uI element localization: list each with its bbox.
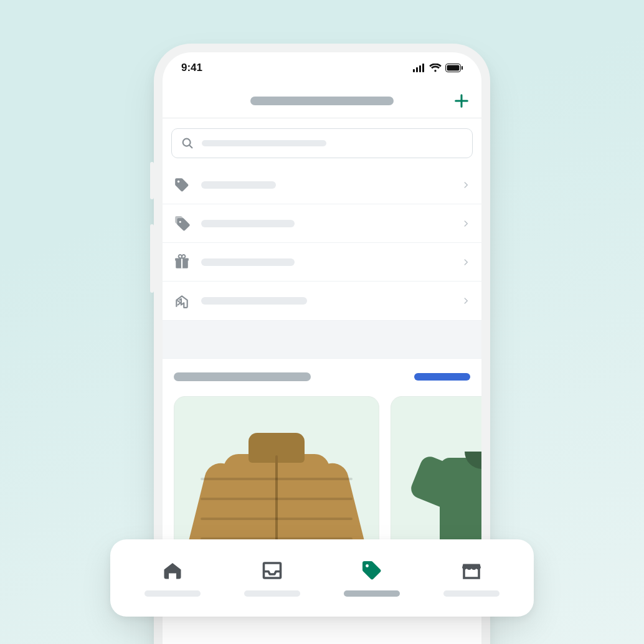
tab-bar — [110, 539, 534, 617]
store-icon — [460, 559, 483, 582]
home-icon — [161, 559, 184, 582]
svg-rect-2 — [419, 65, 421, 72]
inbox-icon — [261, 559, 283, 582]
list-item[interactable] — [163, 282, 481, 320]
chevron-right-icon — [462, 296, 470, 305]
nav-title-placeholder — [250, 97, 394, 105]
tab-label-placeholder — [344, 590, 400, 597]
tag-icon — [174, 177, 190, 193]
nav-header — [163, 83, 481, 118]
svg-rect-1 — [416, 67, 418, 72]
list-item[interactable] — [163, 166, 481, 204]
chevron-right-icon — [462, 258, 470, 267]
tab-store[interactable] — [434, 559, 509, 597]
svg-point-9 — [179, 220, 181, 222]
list-item-label — [201, 258, 295, 266]
list-item-label — [201, 220, 295, 227]
section-title-placeholder — [174, 372, 311, 381]
svg-rect-0 — [413, 69, 415, 72]
status-icons — [413, 64, 463, 72]
list-item-label — [201, 181, 276, 189]
signal-icon — [413, 64, 425, 72]
section-gap — [163, 320, 481, 359]
tags-icon — [174, 215, 190, 232]
list-item[interactable] — [163, 204, 481, 243]
search-placeholder — [202, 140, 326, 146]
status-bar: 9:41 — [163, 52, 481, 83]
svg-rect-3 — [422, 64, 424, 72]
menu-list — [163, 163, 481, 320]
chevron-right-icon — [462, 181, 470, 189]
section-action-link[interactable] — [414, 373, 470, 381]
list-item-label — [201, 297, 307, 305]
tab-label-placeholder — [443, 590, 500, 597]
svg-rect-12 — [181, 258, 182, 268]
svg-rect-5 — [447, 65, 460, 71]
tab-products[interactable] — [334, 559, 409, 597]
chevron-right-icon — [462, 219, 470, 228]
status-time: 9:41 — [181, 62, 202, 74]
svg-point-8 — [178, 180, 179, 182]
tab-label-placeholder — [244, 590, 300, 597]
svg-rect-6 — [462, 66, 463, 70]
list-item[interactable] — [163, 243, 481, 282]
gift-icon — [174, 254, 190, 270]
tag-icon — [361, 559, 383, 582]
plus-icon — [453, 92, 470, 110]
battery-icon — [445, 64, 463, 72]
wifi-icon — [429, 64, 442, 72]
tab-inbox[interactable] — [235, 559, 310, 597]
svg-point-13 — [366, 564, 369, 567]
add-button[interactable] — [453, 92, 470, 110]
search-icon — [181, 136, 194, 150]
tab-home[interactable] — [135, 559, 210, 597]
section-header — [163, 359, 481, 384]
search-container — [163, 118, 481, 163]
transfer-icon — [174, 293, 190, 309]
search-input[interactable] — [171, 128, 473, 158]
tab-label-placeholder — [144, 590, 201, 597]
